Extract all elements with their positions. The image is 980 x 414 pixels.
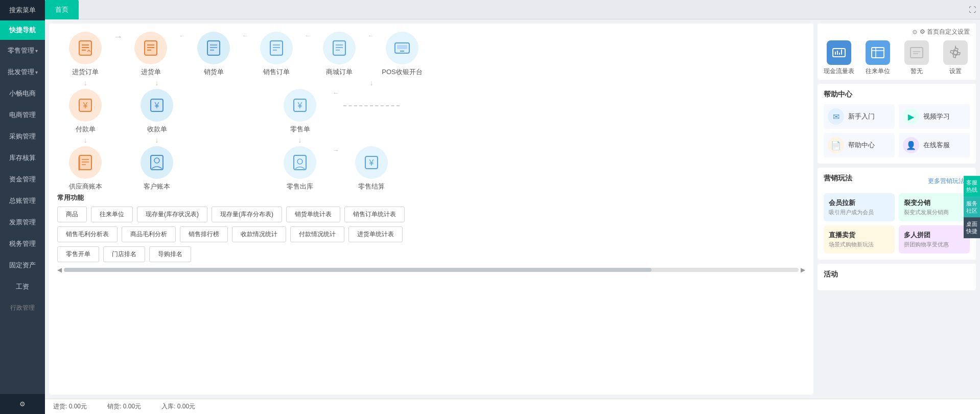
- sidebar-item-inventory[interactable]: 库存核算: [0, 147, 45, 169]
- flow-circle-customer-book: [141, 146, 173, 179]
- sidebar-item-invoice[interactable]: 发票管理: [0, 212, 45, 233]
- svg-text:¥: ¥: [154, 101, 159, 110]
- homepage-settings-label[interactable]: ⚙ 首页自定义设置: [920, 28, 970, 36]
- service-label: 在线客服: [923, 141, 950, 150]
- search-menu-button[interactable]: 搜索菜单: [0, 0, 45, 20]
- flow-node-mall-order[interactable]: 商城订单: [311, 32, 367, 77]
- marketing-title: 营销玩法: [824, 174, 852, 183]
- func-btn-stock-status[interactable]: 现存量(库存状况表): [137, 206, 207, 222]
- func-btn-sales-rank[interactable]: 销售排行榜: [180, 226, 228, 242]
- partners-icon-box: [866, 40, 890, 65]
- left-panel: 进货订单 → 进货单 ←: [49, 24, 813, 395]
- scroll-left-button[interactable]: ◀: [57, 266, 62, 273]
- func-btn-goods-margin[interactable]: 商品毛利分析: [122, 226, 176, 242]
- func-btn-partners[interactable]: 往来单位: [91, 206, 133, 222]
- func-btn-payment-stat[interactable]: 付款情况统计: [290, 226, 344, 242]
- sidebar-item-admin[interactable]: 行政管理: [0, 297, 45, 318]
- sidebar-item-fixed-assets[interactable]: 固定资产: [0, 255, 45, 276]
- flow-node-customer-book[interactable]: 客户账本: [129, 146, 185, 191]
- sidebar-item-ecommerce-small[interactable]: 小畅电商: [0, 83, 45, 104]
- quick-icon-settings[interactable]: 设置: [940, 40, 971, 76]
- marketing-item-member[interactable]: 会员拉新 吸引用户成为会员: [824, 193, 895, 221]
- quick-icon-none[interactable]: 暂无: [901, 40, 932, 76]
- func-btn-store-rank[interactable]: 门店排名: [103, 246, 145, 262]
- common-functions-title: 常用功能: [57, 193, 805, 202]
- video-label: 视频学习: [923, 112, 950, 121]
- sidebar-settings-button[interactable]: ⚙: [0, 394, 45, 414]
- sidebar-item-ecommerce-mgmt[interactable]: 电商管理: [0, 104, 45, 126]
- marketing-item-fission[interactable]: 裂变分销 裂变式发展分销商: [899, 193, 970, 221]
- flow-node-sales-bill[interactable]: 销货单: [185, 32, 242, 77]
- flow-node-purchase-order[interactable]: 进货订单: [57, 32, 113, 77]
- float-btn-community[interactable]: 服务社区: [964, 197, 980, 218]
- bottom-bar: 进货: 0.00元 销货: 0.00元 入库: 0.00元: [45, 399, 980, 414]
- flow-label-supplier-book: 供应商账本: [69, 182, 102, 191]
- help-center-panel: 帮助中心 ✉ 新手入门 ▶ 视频学习 📄 帮助中心 👤: [818, 84, 976, 164]
- tab-home[interactable]: 首页: [45, 0, 79, 19]
- maximize-button[interactable]: ⛶: [969, 6, 976, 14]
- flow-circle-supplier-book: [69, 146, 102, 179]
- flow-label-receipt: 收款单: [147, 125, 167, 134]
- help-item-video[interactable]: ▶ 视频学习: [899, 104, 970, 129]
- gear-icon-small: ⚙: [912, 29, 918, 36]
- quick-access-panel: ⚙ ⚙ 首页自定义设置 现金流量表 往来单位: [818, 24, 976, 80]
- chevron-down-icon: ▾: [35, 48, 38, 54]
- svg-text:¥: ¥: [369, 158, 374, 167]
- flow-circle-retail-out: [284, 146, 316, 179]
- help-icon: 📄: [828, 137, 844, 153]
- help-items-grid: ✉ 新手入门 ▶ 视频学习 📄 帮助中心 👤 在线客服: [824, 104, 970, 157]
- flow-node-retail-settlement[interactable]: ¥ 零售结算: [343, 146, 400, 191]
- svg-rect-20: [333, 41, 345, 55]
- help-item-help[interactable]: 📄 帮助中心: [824, 133, 895, 157]
- quick-icon-none-label: 暂无: [911, 67, 923, 76]
- svg-rect-38: [79, 155, 91, 170]
- scroll-right-button[interactable]: ▶: [801, 266, 805, 273]
- flow-label-retail-bill: 零售单: [290, 125, 310, 134]
- help-item-service[interactable]: 👤 在线客服: [899, 133, 970, 157]
- func-btn-stock-dist[interactable]: 现存量(库存分布表): [212, 206, 282, 222]
- flow-node-receipt[interactable]: ¥ 收款单: [129, 89, 185, 134]
- sidebar-item-tax[interactable]: 税务管理: [0, 233, 45, 255]
- flow-node-sales-order[interactable]: 销售订单: [248, 32, 305, 77]
- sidebar-item-payroll[interactable]: 工资: [0, 276, 45, 297]
- sidebar-item-ledger[interactable]: 总账管理: [0, 190, 45, 212]
- func-btn-guide-rank[interactable]: 导购排名: [149, 246, 191, 262]
- sidebar-item-retail[interactable]: 零售管理 ▾: [0, 40, 45, 61]
- func-btn-receipt-stat[interactable]: 收款情况统计: [232, 226, 286, 242]
- scroll-track[interactable]: [64, 268, 799, 272]
- marketing-item-group[interactable]: 多人拼团 拼团购物享受优惠: [899, 225, 970, 254]
- flow-circle-mall-order: [323, 32, 356, 64]
- float-btn-customer-service[interactable]: 客服热线: [964, 176, 980, 197]
- sidebar-item-purchase[interactable]: 采购管理: [0, 126, 45, 147]
- marketing-fission-sub: 裂变式发展分销商: [904, 209, 965, 216]
- flow-label-customer-book: 客户账本: [144, 182, 170, 191]
- cashflow-icon-box: [827, 40, 851, 65]
- float-btn-desktop[interactable]: 桌面快捷: [964, 217, 980, 238]
- help-item-beginner[interactable]: ✉ 新手入门: [824, 104, 895, 129]
- func-btn-sales-margin[interactable]: 销售毛利分析表: [57, 226, 118, 242]
- flow-node-pos[interactable]: POS收银开台: [374, 32, 430, 77]
- func-btn-purchase-stat[interactable]: 进货单统计表: [348, 226, 403, 242]
- flow-node-purchase-bill[interactable]: 进货单: [123, 32, 179, 77]
- quick-icon-partners[interactable]: 往来单位: [862, 40, 893, 76]
- func-btn-goods[interactable]: 商品: [57, 206, 87, 222]
- marketing-group-sub: 拼团购物享受优惠: [904, 241, 965, 248]
- func-btn-retail-order[interactable]: 零售开单: [57, 246, 99, 262]
- sidebar-item-finance[interactable]: 资金管理: [0, 169, 45, 190]
- quick-icon-cashflow[interactable]: 现金流量表: [824, 40, 854, 76]
- marketing-panel: 营销玩法 更多营销玩法 > 会员拉新 吸引用户成为会员 裂变分销 裂变式发展分销…: [818, 168, 976, 260]
- func-btn-sales-stat[interactable]: 销货单统计表: [286, 206, 340, 222]
- bottom-storage: 入库: 0.00元: [161, 402, 195, 411]
- flow-node-retail-out[interactable]: 零售出库: [272, 146, 328, 191]
- marketing-item-live[interactable]: 直播卖货 场景式购物新玩法: [824, 225, 895, 254]
- flow-circle-retail-settlement: ¥: [355, 146, 388, 179]
- service-icon: 👤: [903, 137, 919, 153]
- flow-node-retail-bill[interactable]: ¥ 零售单: [272, 89, 328, 134]
- func-btn-order-stat[interactable]: 销售订单统计表: [344, 206, 405, 222]
- flow-node-supplier-book[interactable]: 供应商账本: [57, 146, 113, 191]
- floating-buttons: 客服热线 服务社区 桌面快捷: [964, 176, 980, 238]
- marketing-header: 营销玩法 更多营销玩法 >: [824, 174, 970, 188]
- flow-label-retail-out: 零售出库: [287, 182, 313, 191]
- flow-node-payment[interactable]: ¥ 付款单: [57, 89, 113, 134]
- sidebar-item-wholesale[interactable]: 批发管理 ▾: [0, 61, 45, 83]
